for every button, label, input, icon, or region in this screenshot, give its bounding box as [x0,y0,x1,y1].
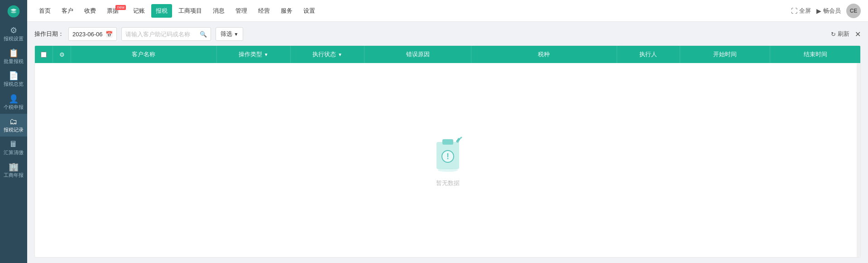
toolbar-right: ↻ 刷新 ✕ [831,30,861,39]
sidebar-item-tax-settings-label: 报税设置 [4,36,24,42]
nav-home[interactable]: 首页 [34,4,55,18]
date-picker[interactable]: 2023-06-06 📅 [68,27,117,41]
tax-records-icon: 🗂 [10,117,18,126]
sort-icon-optype: ▼ [264,52,269,57]
filter-button[interactable]: 筛选 ▼ [216,27,244,41]
annual-report-icon: 🏢 [9,163,19,171]
toolbar: 操作日期： 2023-06-06 📅 🔍 筛选 ▼ ↻ 刷新 ✕ [34,27,861,41]
table-header: ⚙ 客户名称 操作类型 ▼ 执行状态 ▼ 错误原因 税种 [35,46,860,63]
main-area: 首页 客户 收费 票据 new 记账 报税 工商项目 消息 [27,0,868,263]
sidebar-item-calc-pay-label: 汇算清缴 [4,150,24,156]
sidebar-item-personal-tax[interactable]: 👤 个税申报 [0,91,27,114]
tax-summary-icon: 📄 [9,72,19,80]
new-badge: new [115,5,126,10]
filter-label: 筛选 [221,30,232,38]
svg-text:!: ! [446,152,449,161]
th-exec-status[interactable]: 执行状态 ▼ [291,46,364,63]
sidebar-item-tax-summary[interactable]: 📄 报税总览 [0,68,27,91]
sort-icon-status: ▼ [338,52,342,57]
empty-state-icon: ! [430,133,466,174]
nav-tax[interactable]: 报税 [151,4,172,18]
calc-pay-icon: 🖩 [10,140,18,148]
table-body: ! 暂无数据 [35,63,860,257]
app-logo[interactable] [0,0,27,23]
avatar[interactable]: CE [846,4,861,18]
th-op-type[interactable]: 操作类型 ▼ [217,46,291,63]
sidebar-item-personal-tax-label: 个税申报 [4,104,24,110]
sidebar-item-tax-records[interactable]: 🗂 报税记录 [0,114,27,136]
nav-billing[interactable]: 收费 [80,4,101,18]
date-label: 操作日期： [34,30,64,38]
nav-items: 首页 客户 收费 票据 new 记账 报税 工商项目 消息 [34,4,791,18]
select-all-checkbox[interactable] [41,52,47,58]
nav-settings[interactable]: 设置 [299,4,320,18]
empty-state: ! 暂无数据 [430,133,466,187]
svg-point-8 [438,168,458,172]
refresh-button[interactable]: ↻ 刷新 [831,30,849,38]
nav-management[interactable]: 管理 [231,4,252,18]
refresh-icon: ↻ [831,31,836,38]
member-button[interactable]: ▶ 畅会员 [816,7,841,15]
sidebar-item-tax-summary-label: 报税总览 [4,81,24,87]
video-icon: ▶ [816,7,821,15]
empty-text: 暂无数据 [436,179,460,187]
th-start-time: 开始时间 [680,46,771,63]
th-tax-type: 税种 [471,46,617,63]
gear-icon: ⚙ [59,51,65,58]
personal-tax-icon: 👤 [9,95,19,103]
th-end-time: 结束时间 [770,46,860,63]
sidebar-item-tax-settings[interactable]: ⚙ 报税设置 [0,23,27,45]
nav-accounting[interactable]: 记账 [129,4,149,18]
fullscreen-icon: ⛶ [791,7,797,15]
th-executor: 执行人 [617,46,680,63]
tax-settings-icon: ⚙ [10,26,17,34]
svg-rect-2 [442,139,453,145]
page-content: 操作日期： 2023-06-06 📅 🔍 筛选 ▼ ↻ 刷新 ✕ [27,22,868,263]
sidebar-item-batch-tax-label: 批量报税 [4,58,24,64]
data-table: ⚙ 客户名称 操作类型 ▼ 执行状态 ▼ 错误原因 税种 [34,45,861,258]
date-value: 2023-06-06 [72,31,103,38]
nav-customers[interactable]: 客户 [57,4,78,18]
nav-messages[interactable]: 消息 [208,4,229,18]
search-box: 🔍 [121,27,211,41]
batch-tax-icon: 📋 [9,49,19,57]
th-client-name: 客户名称 [71,46,217,63]
sidebar-item-calc-pay[interactable]: 🖩 汇算清缴 [0,136,27,159]
scrollbar-track[interactable] [857,63,860,257]
sidebar-item-annual-report-label: 工商年报 [4,172,24,178]
search-input[interactable] [125,31,198,38]
topnav-right: ⛶ 全屏 ▶ 畅会员 CE [791,4,861,18]
sidebar-item-annual-report[interactable]: 🏢 工商年报 [0,159,27,182]
th-gear[interactable]: ⚙ [53,46,71,63]
close-button[interactable]: ✕ [855,30,861,39]
th-error-reason: 错误原因 [364,46,471,63]
th-checkbox[interactable] [35,46,53,63]
search-icon: 🔍 [200,31,207,38]
calendar-icon: 📅 [106,31,113,38]
chevron-down-icon: ▼ [234,32,239,37]
nav-commerce[interactable]: 工商项目 [174,4,206,18]
nav-finance[interactable]: 经营 [254,4,274,18]
fullscreen-button[interactable]: ⛶ 全屏 [791,7,811,15]
sidebar: ⚙ 报税设置 📋 批量报税 📄 报税总览 👤 个税申报 🗂 报税记录 🖩 汇算清… [0,0,27,263]
top-navigation: 首页 客户 收费 票据 new 记账 报税 工商项目 消息 [27,0,868,22]
nav-invoice[interactable]: 票据 new [102,4,127,18]
sidebar-item-tax-records-label: 报税记录 [4,127,24,133]
nav-services[interactable]: 服务 [276,4,297,18]
sidebar-item-batch-tax[interactable]: 📋 批量报税 [0,45,27,68]
